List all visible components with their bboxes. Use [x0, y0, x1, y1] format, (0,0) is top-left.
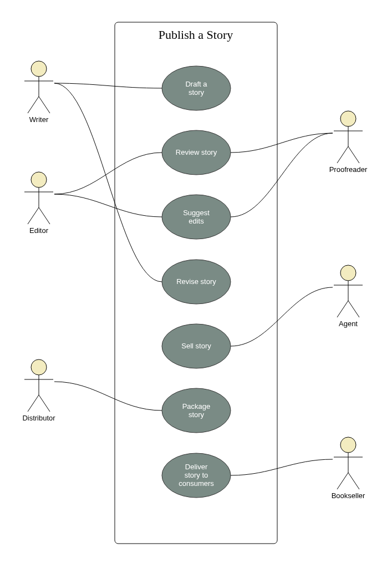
- actor-head-icon: [340, 437, 356, 453]
- usecase-label: Revise story: [176, 277, 216, 286]
- actor-head-icon: [340, 111, 356, 126]
- usecase-uc-package: Packagestory: [162, 388, 231, 433]
- actor-actor-bookseller: Bookseller: [332, 437, 365, 500]
- actor-label: Writer: [29, 115, 49, 124]
- usecase-label: Suggest: [183, 209, 210, 217]
- association: [231, 287, 333, 346]
- use-case-diagram: Publish a Story Draft astoryReview story…: [0, 0, 392, 583]
- actor-head-icon: [340, 265, 356, 281]
- actor-body-icon: [24, 77, 53, 113]
- actor-actor-distributor: Distributor: [22, 359, 55, 422]
- usecase-uc-deliver: Deliverstory toconsumers: [162, 453, 231, 498]
- actor-body-icon: [24, 375, 53, 412]
- actor-label: Agent: [339, 320, 358, 328]
- usecase-label: Draft a: [185, 80, 207, 88]
- actor-body-icon: [334, 453, 363, 489]
- usecase-label: story to: [185, 471, 208, 479]
- association: [231, 459, 333, 475]
- actor-label: Proofreader: [329, 165, 368, 174]
- actor-body-icon: [334, 126, 363, 163]
- association: [54, 83, 162, 88]
- usecase-label: Review story: [176, 148, 217, 156]
- usecase-label: story: [189, 88, 205, 97]
- association: [231, 133, 333, 153]
- actor-head-icon: [31, 359, 47, 375]
- usecase-uc-suggest: Suggestedits: [162, 195, 231, 239]
- actor-actor-writer: Writer: [24, 61, 53, 124]
- actor-label: Editor: [29, 226, 49, 235]
- usecase-label: edits: [189, 217, 204, 225]
- usecase-layer: Draft astoryReview storySuggesteditsRevi…: [162, 66, 231, 498]
- actor-actor-editor: Editor: [24, 172, 53, 235]
- actor-head-icon: [31, 61, 47, 77]
- system-title: Publish a Story: [159, 28, 233, 42]
- actor-head-icon: [31, 172, 47, 187]
- actor-body-icon: [334, 281, 363, 317]
- usecase-uc-sell: Sell story: [162, 324, 231, 368]
- usecase-label: Sell story: [181, 342, 211, 350]
- actor-body-icon: [24, 187, 53, 224]
- usecase-label: story: [189, 410, 205, 419]
- usecase-label: Package: [182, 402, 211, 410]
- association: [54, 382, 162, 410]
- usecase-label: Deliver: [185, 463, 208, 471]
- usecase-uc-revise: Revise story: [162, 260, 231, 304]
- association: [54, 194, 162, 217]
- actor-actor-proofreader: Proofreader: [329, 111, 368, 174]
- actor-actor-agent: Agent: [334, 265, 363, 328]
- association: [231, 133, 333, 217]
- usecase-label: consumers: [179, 479, 214, 488]
- actor-label: Bookseller: [332, 491, 365, 500]
- usecase-uc-draft: Draft astory: [162, 66, 231, 110]
- association: [54, 83, 162, 282]
- association: [54, 153, 162, 194]
- usecase-uc-review: Review story: [162, 130, 231, 175]
- actor-label: Distributor: [22, 414, 55, 422]
